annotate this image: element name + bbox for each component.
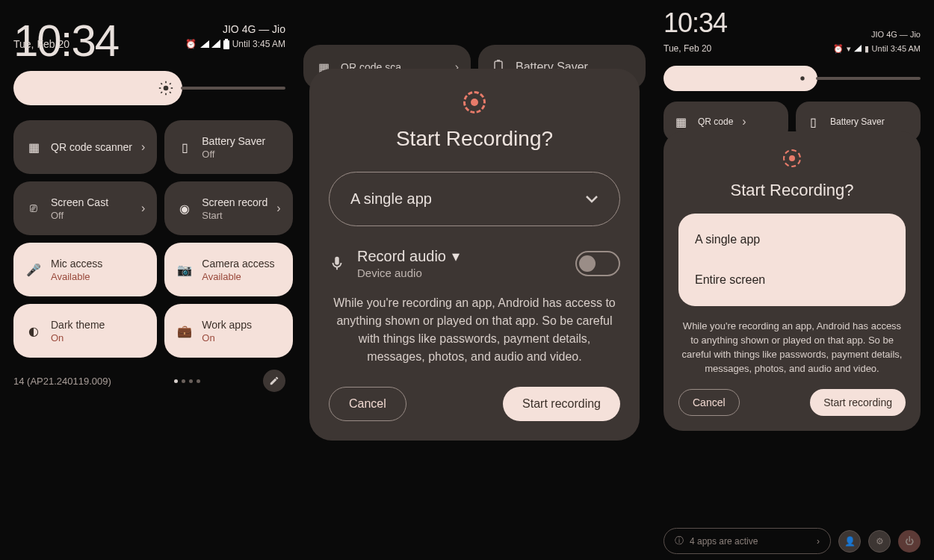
alarm-icon: ⏰ (833, 44, 844, 54)
status-network: JIO 4G — Jio (871, 30, 921, 39)
svg-rect-1 (225, 39, 228, 40)
tile-dark[interactable]: ◐Dark themeOn (13, 304, 157, 358)
tile-sub: Start (202, 210, 267, 221)
recording-warning: While you're recording an app, Android h… (678, 320, 906, 376)
start-recording-dialog: Start Recording? A single app Record aud… (309, 69, 640, 441)
dropdown-caret-icon: ▾ (452, 247, 460, 265)
chevron-right-icon: › (141, 140, 145, 154)
recording-scope-select[interactable]: A single app (329, 172, 620, 226)
qr-icon: ▦ (25, 140, 42, 155)
tile-title: Screen Cast (51, 196, 132, 208)
record-icon (329, 91, 620, 113)
scope-options-menu: A single app Entire screen (678, 214, 906, 306)
svg-rect-12 (497, 60, 500, 61)
tile-sub: Available (51, 271, 145, 282)
tile-sub: Off (202, 149, 280, 160)
tile-title: Dark theme (51, 319, 145, 331)
tile-battery[interactable]: ▯Battery SaverOff (164, 120, 292, 174)
start-recording-dialog: Start Recording? A single app Entire scr… (664, 131, 921, 431)
mic-icon (329, 254, 345, 273)
chevron-down-icon (585, 195, 599, 204)
record-audio-sub: Device audio (357, 267, 563, 279)
svg-line-9 (161, 92, 162, 93)
mid-panel: ▦ QR code sca › Battery Saver Start Reco… (299, 0, 650, 560)
mic-icon: 🎤 (25, 263, 42, 277)
signal-icon (854, 45, 862, 52)
page-dots (174, 379, 200, 383)
brightness-slider[interactable] (664, 66, 921, 91)
date: Tue, Feb 20 (13, 38, 69, 50)
tile-title: QR code scanner (51, 141, 132, 153)
tile-cast[interactable]: ⎚Screen CastOff› (13, 181, 157, 235)
alarm-icon: ⏰ (185, 39, 197, 49)
tile-sub: Off (51, 210, 132, 221)
settings-icon[interactable]: ⚙ (868, 530, 891, 553)
battery-icon: ▮ (865, 44, 869, 54)
chevron-right-icon: › (141, 202, 145, 215)
battery-icon: ▯ (805, 115, 821, 129)
tile-work[interactable]: 💼Work appsOn (164, 304, 292, 358)
tile-title: Mic access (51, 258, 145, 270)
dark-icon: ◐ (25, 324, 42, 338)
brightness-slider[interactable] (13, 71, 285, 105)
date-row: Tue, Feb 20 ⏰ Until 3:45 AM (13, 38, 285, 50)
record-icon (678, 149, 906, 167)
status-right: ⏰ Until 3:45 AM (185, 39, 285, 49)
cancel-button[interactable]: Cancel (678, 389, 740, 416)
start-recording-button[interactable]: Start recording (810, 389, 906, 416)
record-audio-row: Record audio ▾ Device audio (329, 247, 620, 279)
edit-tiles-button[interactable] (263, 370, 285, 392)
scope-option-entire-screen[interactable]: Entire screen (678, 260, 906, 300)
tile-qr[interactable]: ▦QR code scanner› (13, 120, 157, 174)
svg-point-2 (163, 86, 168, 91)
tile-sub: On (202, 332, 280, 343)
tile-record[interactable]: ◉Screen recordStart› (164, 181, 292, 235)
tile-title: Screen record (202, 196, 267, 208)
chevron-right-icon: › (742, 115, 746, 128)
record-icon: ◉ (176, 202, 193, 216)
work-icon: 💼 (176, 324, 193, 338)
status-right: ⏰ ▾ ▮ Until 3:45 AM (833, 44, 921, 54)
brightness-icon (158, 81, 173, 96)
wifi-icon: ▾ (847, 44, 851, 54)
build-version: 14 (AP21.240119.009) (13, 376, 111, 387)
dialog-title: Start Recording? (329, 127, 620, 151)
tile-mic[interactable]: 🎤Mic accessAvailable (13, 243, 157, 296)
record-audio-title[interactable]: Record audio ▾ (357, 247, 563, 265)
footer-row: ⓘ 4 apps are active › 👤 ⚙ ⏻ (664, 528, 921, 554)
svg-rect-0 (223, 40, 229, 49)
scope-option-single-app[interactable]: A single app (678, 220, 906, 260)
signal-icons (200, 40, 220, 49)
clock: 10:34 (664, 7, 727, 39)
cancel-button[interactable]: Cancel (329, 387, 406, 421)
active-apps-pill[interactable]: ⓘ 4 apps are active › (664, 528, 831, 554)
tile-camera[interactable]: 📷Camera accessAvailable (164, 243, 292, 296)
tile-sub: Available (202, 271, 280, 282)
dialog-title: Start Recording? (678, 181, 906, 200)
battery-icon: ▯ (176, 140, 193, 155)
battery-icon (223, 39, 229, 49)
camera-icon: 📷 (176, 263, 193, 277)
tile-title: Camera access (202, 258, 280, 270)
info-icon: ⓘ (675, 535, 684, 547)
chevron-right-icon: › (276, 202, 280, 215)
cast-icon: ⎚ (25, 202, 42, 215)
recording-warning: While you're recording an app, Android h… (329, 294, 620, 366)
tile-grid: ▦QR code scanner›▯Battery SaverOff⎚Scree… (13, 120, 285, 358)
svg-line-10 (170, 83, 171, 84)
date: Tue, Feb 20 (664, 43, 711, 54)
svg-line-8 (170, 92, 171, 93)
tile-title: Work apps (202, 319, 280, 331)
tile-sub: On (51, 332, 145, 343)
svg-line-7 (161, 83, 162, 84)
chevron-right-icon: › (817, 536, 820, 547)
build-row: 14 (AP21.240119.009) (13, 370, 285, 392)
record-audio-toggle[interactable] (575, 251, 620, 276)
user-icon[interactable]: 👤 (838, 530, 861, 553)
quick-settings-panel: 10:34 JIO 4G — Jio Tue, Feb 20 ⏰ Until 3… (0, 0, 299, 560)
start-recording-button[interactable]: Start recording (503, 387, 620, 421)
brightness-icon (797, 72, 808, 84)
power-icon[interactable]: ⏻ (898, 530, 921, 553)
tile-title: Battery Saver (202, 135, 280, 147)
right-panel: 10:34 JIO 4G — Jio Tue, Feb 20 ⏰ ▾ ▮ Unt… (650, 0, 934, 560)
